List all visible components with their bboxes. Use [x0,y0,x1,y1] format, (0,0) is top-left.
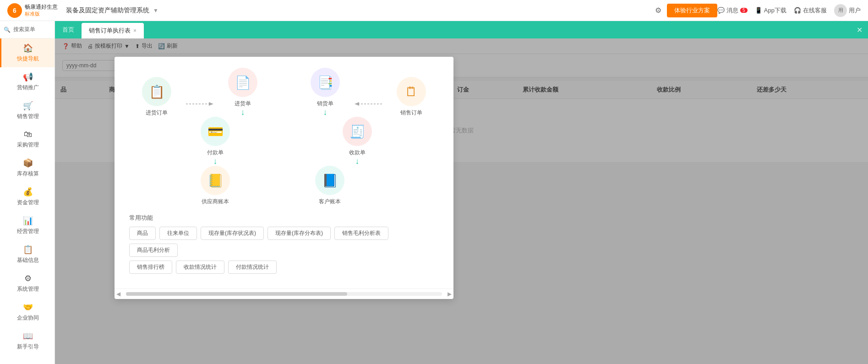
arrow-purchase-receipt-down: ↓ [241,108,245,117]
operations-icon: 📊 [23,216,33,226]
flow-node-customer-ledger[interactable]: 📘 客户账本 [302,166,357,206]
marketing-icon: 📢 [23,72,33,82]
func-btn-product-gross[interactable]: 商品毛利分析 [129,244,178,257]
flow-node-purchase-order[interactable]: 📋 进货订单 [129,77,184,117]
sidebar-item-inventory[interactable]: 📦 库存核算 [0,153,55,182]
sidebar: 🔍 搜索菜单 🏠 快捷导航 📢 营销推广 🛒 销售管理 🛍 采购管理 📦 库存核… [0,21,55,364]
flow-node-receipt[interactable]: 🧾 收款单 [330,117,385,157]
func-btn-product[interactable]: 商品 [129,227,156,240]
settings-icon[interactable]: ⚙ [655,6,661,15]
customer-ledger-circle: 📘 [315,166,344,195]
online-service-button[interactable]: 🎧 在线客服 [794,6,827,15]
sidebar-item-system[interactable]: ⚙ 系统管理 [0,269,55,298]
arrow-sales-order-to-bill [355,100,382,108]
flow-node-payment[interactable]: 💳 付款单 [188,117,243,157]
scrollbar-thumb [126,292,347,296]
func-btn-payment-stats[interactable]: 付款情况统计 [228,261,277,274]
func-btns-row2: 销售排行榜 收款情况统计 付款情况统计 [129,261,439,274]
payment-label: 付款单 [207,149,224,157]
svg-marker-3 [355,102,359,106]
flow-node-sales-bill[interactable]: 📑 销货单 [298,68,353,108]
arrow-sales-bill-down: ↓ [323,108,328,117]
func-btn-stock-status[interactable]: 现存量(库存状况表) [201,227,264,240]
modal-scrollbar: ◀ ▶ [115,288,453,299]
app-icon: 📱 [755,7,762,14]
purchase-icon: 🛍 [24,130,32,139]
sales-bill-circle: 📑 [311,68,340,97]
purchase-order-label: 进货订单 [146,109,168,117]
tab-sales-order[interactable]: 销售订单执行表 × [82,23,144,38]
flow-node-supplier-ledger[interactable]: 📒 供应商账本 [188,166,243,206]
sales-bill-label: 销货单 [317,100,333,108]
flow-col-purchase: 📋 进货订单 [129,77,184,117]
system-title-arrow[interactable]: ▼ [153,7,158,14]
flow-col-payment: 💳 付款单 ↓ [188,117,243,166]
svg-marker-1 [209,102,213,106]
flow-node-purchase-receipt[interactable]: 📄 进货单 [215,68,270,108]
flow-col-sales-bill: 📑 销货单 ↓ [298,68,353,117]
page-content: ❓ 帮助 🖨 按模板打印 ▼ ⬆ 导出 🔄 刷新 [55,38,868,364]
quick-nav-icon: 🏠 [23,43,33,53]
sidebar-item-operations[interactable]: 📊 经营管理 [0,211,55,240]
message-icon: 💬 [717,7,725,14]
trial-button[interactable]: 体验行业方案 [667,4,717,17]
basic-info-icon: 📋 [23,244,33,255]
sidebar-item-cooperation[interactable]: 🤝 企业协同 [0,298,55,326]
supplier-ledger-label: 供应商账本 [202,198,229,206]
inventory-icon: 📦 [23,158,33,168]
func-btn-receipt-stats[interactable]: 收款情况统计 [176,261,224,274]
customer-ledger-label: 客户账本 [319,198,341,206]
logo-area: 6 畅康通好生意 标准版 [7,3,62,18]
tab-home[interactable]: 首页 [55,21,82,38]
arrow-receipt-down: ↓ [355,157,360,166]
tab-bar-right: ✕ [857,26,868,34]
tab-bar: 首页 销售订单执行表 × ✕ [55,21,868,38]
close-all-icon[interactable]: ✕ [857,26,863,34]
func-btn-sales-rank[interactable]: 销售排行榜 [129,261,172,274]
sidebar-item-basic-info[interactable]: 📋 基础信息 [0,240,55,269]
func-btn-partner[interactable]: 往来单位 [159,227,197,240]
tab-close-icon[interactable]: × [133,27,136,34]
sidebar-item-funds[interactable]: 💰 资金管理 [0,182,55,211]
scroll-right-icon[interactable]: ▶ [446,291,453,297]
sales-order-label: 销售订单 [400,109,422,117]
sidebar-item-quick-nav[interactable]: 🏠 快捷导航 [0,38,55,67]
message-button[interactable]: 💬 消息 5 [717,6,748,15]
payment-circle: 💳 [201,117,230,146]
arrow-payment-down: ↓ [213,157,218,166]
purchase-receipt-circle: 📄 [228,68,257,97]
sales-icon: 🛒 [23,101,33,111]
guide-icon: 📖 [23,331,33,341]
system-title-area: 装备及固定资产辅助管理系统 ▼ [66,6,655,15]
sidebar-item-purchase[interactable]: 🛍 采购管理 [0,125,55,153]
content-area: 首页 销售订单执行表 × ✕ ❓ 帮助 🖨 按模板打印 ▼ [55,21,868,364]
modal-content: 📋 进货订单 [115,57,453,288]
sidebar-item-guide[interactable]: 📖 新手引导 [0,326,55,355]
funds-icon: 💰 [23,187,33,197]
top-header: 6 畅康通好生意 标准版 装备及固定资产辅助管理系统 ▼ ⚙ 体验行业方案 💬 … [0,0,868,21]
flow-col-sales-order: 🗒 销售订单 [384,77,439,117]
message-badge: 5 [740,8,748,13]
logo-text: 畅康通好生意 标准版 [25,4,58,17]
system-title-text: 装备及固定资产辅助管理系统 [66,6,149,15]
flow-node-sales-order[interactable]: 🗒 销售订单 [384,77,439,117]
service-icon: 🎧 [794,7,801,14]
flow-diagram: 📋 进货订单 [129,68,439,206]
func-btns-row1: 商品 往来单位 现存量(库存状况表) 现存量(库存分布表) 销售毛利分析表 商品… [129,227,439,257]
func-btn-stock-distribution[interactable]: 现存量(库存分布表) [267,227,331,240]
header-right: 💬 消息 5 📱 App下载 🎧 在线客服 用 用户 [717,4,861,17]
sidebar-search[interactable]: 🔍 搜索菜单 [0,21,55,38]
flow-col-purchase-receipt: 📄 进货单 ↓ [215,68,270,117]
scroll-left-icon[interactable]: ◀ [115,291,122,297]
user-button[interactable]: 用 用户 [834,4,861,17]
search-icon: 🔍 [4,27,11,33]
main-layout: 🔍 搜索菜单 🏠 快捷导航 📢 营销推广 🛒 销售管理 🛍 采购管理 📦 库存核… [0,21,868,364]
scrollbar-track[interactable] [126,292,442,296]
sidebar-item-sales[interactable]: 🛒 销售管理 [0,96,55,125]
common-funcs: 常用功能 商品 往来单位 现存量(库存状况表) 现存量(库存分布表) 销售毛利分… [129,214,439,281]
arrow-purchase-order-to-receipt [186,100,213,108]
app-download-button[interactable]: 📱 App下载 [755,6,786,15]
func-btn-sales-gross[interactable]: 销售毛利分析表 [334,227,388,240]
flow-col-receipt: 🧾 收款单 ↓ [330,117,385,166]
sidebar-item-marketing[interactable]: 📢 营销推广 [0,67,55,96]
